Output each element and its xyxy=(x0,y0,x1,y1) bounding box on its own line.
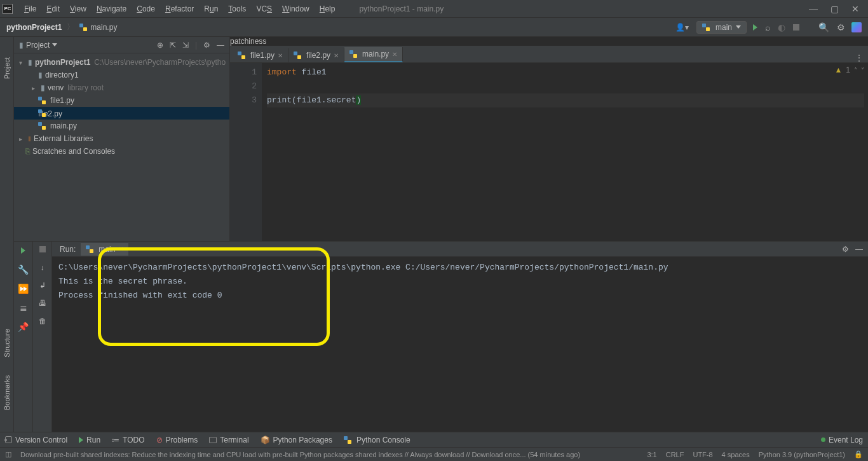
next-highlight-button[interactable]: ˅ xyxy=(861,67,864,74)
line-separator[interactable]: CRLF xyxy=(666,451,684,458)
tree-item-dir[interactable]: ▮ directory1 xyxy=(14,69,229,81)
menu-window[interactable]: Window xyxy=(277,3,315,15)
tree-item-label: venv xyxy=(48,83,64,92)
console-output[interactable]: C:\Users\never\PycharmProjects\pythonPro… xyxy=(52,257,868,432)
project-tool-tab[interactable]: Project xyxy=(2,55,12,81)
menu-tools[interactable]: Tools xyxy=(223,3,251,15)
menu-file[interactable]: File xyxy=(19,3,41,15)
interpreter[interactable]: Python 3.9 (pythonProject1) xyxy=(759,451,845,458)
show-output-button[interactable]: ⏩ xyxy=(18,284,29,294)
collapse-all-button[interactable]: ⇲ xyxy=(182,41,189,50)
run-button[interactable] xyxy=(752,21,759,34)
library-icon: ⫴ xyxy=(28,135,31,143)
menu-run[interactable]: Run xyxy=(199,3,223,15)
scroll-to-end-button[interactable]: ↓ xyxy=(41,263,44,272)
editor-tab[interactable]: file2.py ✕ xyxy=(288,48,344,62)
tree-item-file[interactable]: file2.py xyxy=(14,107,229,120)
run-panel-settings-button[interactable]: ⚙ xyxy=(842,245,849,254)
panel-hide-button[interactable]: ― xyxy=(217,41,224,50)
user-button[interactable]: 👤▾ xyxy=(673,22,691,33)
tabs-menu-button[interactable]: ⋮ xyxy=(855,53,868,62)
menu-refactor[interactable]: Refactor xyxy=(160,3,199,15)
search-everywhere-button[interactable]: 🔍 xyxy=(817,21,831,34)
print-button[interactable]: 🖶 xyxy=(39,299,46,308)
tree-item-file[interactable]: main.py xyxy=(14,120,229,132)
settings-button[interactable]: ⚙ xyxy=(836,21,846,34)
close-icon[interactable]: ✕ xyxy=(278,52,283,59)
breadcrumb-file[interactable]: main.py xyxy=(90,23,117,32)
stop-button[interactable] xyxy=(792,21,801,34)
stop-run-button[interactable] xyxy=(39,245,46,254)
menubar: PC File Edit View Navigate Code Refactor… xyxy=(0,0,868,18)
bookmarks-tool-tab[interactable]: Bookmarks xyxy=(2,373,12,413)
event-log-tab[interactable]: Event Log xyxy=(821,436,863,444)
expand-all-button[interactable]: ⇱ xyxy=(170,41,176,50)
caret-position[interactable]: 3:1 xyxy=(647,451,656,458)
indent-setting[interactable]: 4 spaces xyxy=(722,451,750,458)
todo-tab[interactable]: ≔ TODO xyxy=(112,436,144,444)
python-packages-tab[interactable]: 📦 Python Packages xyxy=(261,436,332,444)
tool-windows-button[interactable]: ◫ xyxy=(5,450,11,458)
layout-button[interactable]: ≣ xyxy=(20,303,27,313)
tree-external-libs[interactable]: ▸ ⫴ External Libraries xyxy=(14,132,229,145)
folder-icon: ▮ xyxy=(28,58,32,67)
readonly-toggle[interactable]: 🔒 xyxy=(854,450,863,458)
tree-item-label: file1.py xyxy=(50,96,74,105)
console-line: Process finished with exit code 0 xyxy=(58,289,862,303)
status-message[interactable]: Download pre-built shared indexes: Reduc… xyxy=(20,451,638,458)
menu-view[interactable]: View xyxy=(65,3,92,15)
tree-scratches[interactable]: ⎘ Scratches and Consoles xyxy=(14,145,229,158)
close-icon[interactable]: ✕ xyxy=(118,245,123,252)
tree-root-label: pythonProject1 xyxy=(35,58,90,67)
debug-button[interactable]: ⌕ xyxy=(764,21,771,34)
close-icon[interactable]: ✕ xyxy=(392,51,397,58)
locate-button[interactable]: ⊕ xyxy=(157,41,163,50)
run-toolbar-secondary: ↓ ↲ 🖶 🗑 xyxy=(33,242,52,432)
version-control-tab[interactable]: Version Control xyxy=(5,436,67,444)
prev-highlight-button[interactable]: ˄ xyxy=(854,67,857,74)
todo-icon: ≔ xyxy=(112,436,119,444)
pin-button[interactable]: 📌 xyxy=(18,322,29,332)
clear-button[interactable]: 🗑 xyxy=(39,317,46,326)
run-tab[interactable]: main ✕ xyxy=(81,243,128,256)
run-tab-bottom[interactable]: Run xyxy=(79,436,100,444)
menu-vcs[interactable]: VCS xyxy=(251,3,277,15)
maximize-button[interactable]: ▢ xyxy=(831,4,839,14)
python-file-icon xyxy=(294,52,301,59)
breadcrumb[interactable]: pythonProject1 〉 main.py xyxy=(6,22,117,32)
editor-tab-active[interactable]: main.py ✕ xyxy=(344,47,403,62)
inspections-widget[interactable]: ▲ 1 ˄ ˅ xyxy=(831,63,868,77)
close-icon[interactable]: ✕ xyxy=(334,52,339,59)
file-encoding[interactable]: UTF-8 xyxy=(693,451,712,458)
structure-tool-tab[interactable]: Structure xyxy=(2,326,12,360)
code-with-me-button[interactable] xyxy=(851,22,862,32)
terminal-icon xyxy=(209,437,217,443)
line-number: 3 xyxy=(230,93,257,107)
close-window-button[interactable]: ✕ xyxy=(851,4,859,14)
run-panel-hide-button[interactable]: ― xyxy=(855,245,863,254)
menu-edit[interactable]: Edit xyxy=(41,3,65,15)
modify-run-config-button[interactable]: 🔧 xyxy=(18,265,29,275)
project-tree[interactable]: ▾ ▮ pythonProject1 C:\Users\never\Pychar… xyxy=(14,53,229,160)
run-config-selector[interactable]: main xyxy=(696,21,747,34)
python-file-icon: file2.py xyxy=(38,109,46,117)
bottom-tool-tabs: Version Control Run ≔ TODO ⊘ Problems Te… xyxy=(0,432,868,447)
menu-navigate[interactable]: Navigate xyxy=(92,3,132,15)
minimize-button[interactable]: ― xyxy=(809,4,818,14)
menu-code[interactable]: Code xyxy=(132,3,160,15)
coverage-button[interactable]: ◐ xyxy=(776,21,787,34)
tree-root[interactable]: ▾ ▮ pythonProject1 C:\Users\never\Pychar… xyxy=(14,56,229,69)
tree-item-venv[interactable]: ▸ ▮ venv library root xyxy=(14,81,229,94)
tree-item-file[interactable]: file1.py xyxy=(14,94,229,107)
terminal-tab[interactable]: Terminal xyxy=(209,436,248,444)
editor-tab[interactable]: file1.py ✕ xyxy=(233,48,288,62)
python-console-tab[interactable]: Python Console xyxy=(344,436,410,444)
menu-help[interactable]: Help xyxy=(315,3,341,15)
code-editor[interactable]: import file1 print(file1.secret) xyxy=(262,63,868,241)
panel-settings-button[interactable]: ⚙ xyxy=(203,41,210,50)
problems-tab[interactable]: ⊘ Problems xyxy=(156,436,198,444)
chevron-down-icon[interactable] xyxy=(52,43,57,46)
soft-wrap-button[interactable]: ↲ xyxy=(39,281,46,290)
rerun-button[interactable] xyxy=(21,245,25,256)
breadcrumb-project[interactable]: pythonProject1 xyxy=(6,23,62,32)
